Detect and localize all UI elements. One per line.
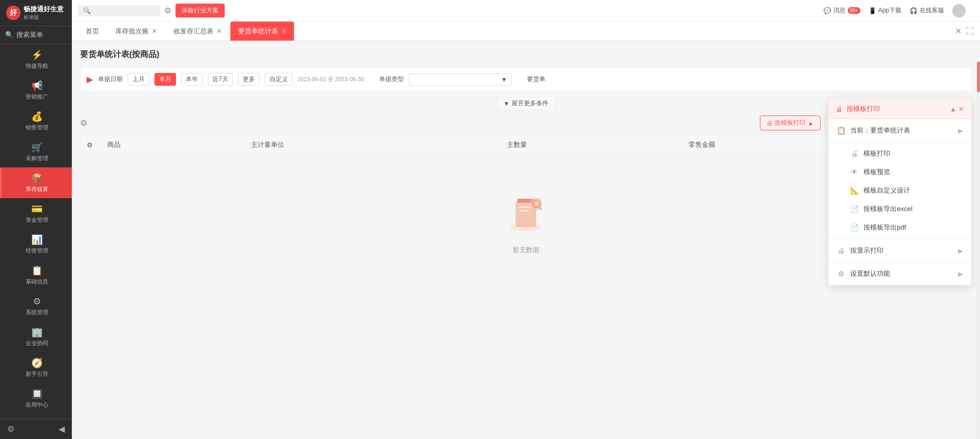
tab-inventory-batch[interactable]: 库存批次账 ✕ [108, 22, 165, 41]
messages-icon: 💬 [824, 7, 831, 14]
sidebar-footer: ⚙ ◀ [0, 418, 72, 439]
main-area: 🔍 ⚙ 体验行业方案 💬 消息 99+ 📱 App下载 🎧 在线客服 [72, 0, 980, 439]
dropdown-close-icon[interactable]: ✕ [958, 105, 964, 113]
dropdown-current-item[interactable]: 📋 当前：要货单统计表 ▶ [829, 121, 971, 140]
dropdown-section-display: 🖨 按显示打印 ▶ [829, 239, 971, 262]
messages-btn[interactable]: 💬 消息 99+ [824, 6, 860, 15]
user-avatar[interactable] [952, 4, 966, 17]
date-custom-btn[interactable]: 自定义 [265, 73, 292, 86]
date-prev-month-btn[interactable]: 上月 [128, 73, 149, 86]
online-service-btn[interactable]: 🎧 在线客服 [910, 6, 944, 15]
date-7days-btn[interactable]: 近7天 [208, 73, 233, 86]
tab-close-all-icon[interactable]: ✕ [955, 26, 962, 36]
printer-icon: 🖨 [767, 120, 773, 127]
tab-order-stats-close[interactable]: ✕ [281, 28, 286, 35]
sidebar-nav: ⚡ 快捷导航 📢 营销推广 💰 销售管理 🛒 采购管理 📦 库存核算 💳 资金管… [0, 44, 72, 418]
newbie-icon: 🧭 [31, 357, 43, 369]
finance-label: 资金管理 [26, 216, 48, 224]
dropdown-export-pdf[interactable]: 📄 按模板导出pdf [829, 218, 971, 237]
quick-nav-icon: ⚡ [31, 49, 43, 61]
collapse-sidebar-icon[interactable]: ◀ [58, 424, 65, 434]
app-center-label: 应用中心 [26, 401, 48, 409]
messages-label: 消息 [833, 6, 846, 15]
empty-text: 暂无数据 [513, 245, 539, 255]
dropdown-template-preview[interactable]: 👁 模板预览 [829, 163, 971, 181]
table-settings-icon[interactable]: ⚙ [80, 118, 87, 128]
print-template-btn[interactable]: 🖨 按模板打印 ▲ [760, 116, 820, 130]
enterprise-label: 企业协同 [26, 339, 48, 347]
topbar-right: 💬 消息 99+ 📱 App下载 🎧 在线客服 [824, 4, 974, 17]
dropdown-display-print[interactable]: 🖨 按显示打印 ▶ [829, 241, 971, 260]
topbar-search-icon: 🔍 [83, 7, 91, 14]
marketing-icon: 📢 [31, 80, 43, 91]
type-select[interactable]: ▼ [409, 73, 512, 86]
svg-rect-4 [519, 210, 529, 212]
date-more-btn[interactable]: 更多 [238, 73, 260, 86]
inventory-icon: 📦 [31, 173, 43, 184]
date-range-display: 2023-06-01 至 2023-06-30 [298, 75, 364, 83]
action-bar-left: ⚙ [80, 118, 95, 128]
goods-filter-label: 要货单 [527, 75, 545, 84]
basic-info-icon: 📋 [31, 265, 43, 276]
current-template-icon: 📋 [837, 126, 845, 135]
sidebar-item-finance[interactable]: 💳 资金管理 [0, 198, 72, 229]
sidebar-item-newbie[interactable]: 🧭 新手引导 [0, 352, 72, 383]
sidebar-item-basic-info[interactable]: 📋 基础信息 [0, 260, 72, 291]
col-quantity: 主数量 [501, 135, 682, 155]
tabs-bar: 首页 库存批次账 ✕ 收发存汇总表 ✕ 要货单统计表 ✕ ✕ ⛶ [72, 22, 980, 41]
sidebar-item-operations[interactable]: 📊 经营管理 [0, 229, 72, 260]
export-excel-label: 按模板导出excel [864, 204, 912, 214]
topbar-search-box[interactable]: 🔍 [78, 5, 160, 16]
app-download-icon: 📱 [869, 7, 876, 14]
settings-footer-icon[interactable]: ⚙ [7, 424, 14, 434]
sidebar-item-inventory[interactable]: 📦 库存核算 [0, 167, 72, 198]
sidebar-item-enterprise[interactable]: 🏢 企业协同 [0, 321, 72, 352]
dropdown-template-print[interactable]: 🖨 模板打印 [829, 144, 971, 163]
tab-maximize-icon[interactable]: ⛶ [966, 27, 974, 36]
app-download-btn[interactable]: 📱 App下载 [869, 6, 901, 15]
tab-inventory-batch-close[interactable]: ✕ [152, 28, 157, 35]
scrollbar-thumb[interactable] [977, 62, 980, 92]
sidebar-item-wechat[interactable]: 💬 企业微信 [0, 414, 72, 418]
sidebar-item-marketing[interactable]: 📢 营销推广 [0, 75, 72, 106]
dropdown-template-design[interactable]: 📐 模板自定义设计 [829, 181, 971, 200]
expand-more-conditions-btn[interactable]: ▼ 展开更多条件 [497, 97, 555, 110]
tab-receipt-summary-label: 收发存汇总表 [173, 27, 213, 36]
dropdown-export-excel[interactable]: 📄 按模板导出excel [829, 200, 971, 218]
sidebar-item-quick-nav[interactable]: ⚡ 快捷导航 [0, 44, 72, 75]
dropdown-up-icon[interactable]: ▲ [950, 105, 956, 113]
sidebar-item-sales[interactable]: 💰 销售管理 [0, 106, 72, 137]
col-goods: 商品 [101, 135, 245, 155]
date-current-month-btn[interactable]: 本月 [154, 73, 176, 86]
empty-illustration [500, 186, 552, 237]
purchase-icon: 🛒 [31, 142, 43, 153]
tab-order-stats[interactable]: 要货单统计表 ✕ [230, 22, 294, 41]
col-settings[interactable]: ⚙ [81, 135, 101, 155]
export-pdf-label: 按模板导出pdf [864, 223, 906, 232]
tab-receipt-summary-close[interactable]: ✕ [217, 28, 222, 35]
dropdown-set-default[interactable]: ⚙ 设置默认功能 ▶ [829, 264, 971, 283]
app-center-icon: 🔲 [31, 388, 43, 399]
tab-home[interactable]: 首页 [78, 22, 107, 41]
logo-icon: 好 [6, 6, 21, 20]
page-scrollbar[interactable] [977, 62, 980, 439]
page-content: 要货单统计表(按商品) ▶ 单据日期 上月 本月 本年 近7天 更多 自定义 2… [72, 41, 980, 439]
sidebar: 好 畅捷通好生意 标准版 🔍 搜索菜单 ⚡ 快捷导航 📢 营销推广 💰 销售管理… [0, 0, 72, 439]
tab-order-stats-label: 要货单统计表 [238, 27, 278, 36]
export-excel-icon: 📄 [850, 205, 858, 213]
tab-receipt-summary[interactable]: 收发存汇总表 ✕ [166, 22, 229, 41]
date-current-year-btn[interactable]: 本年 [181, 73, 203, 86]
sidebar-item-purchase[interactable]: 🛒 采购管理 [0, 137, 72, 167]
industry-solution-btn[interactable]: 体验行业方案 [175, 4, 225, 17]
topbar-settings-icon[interactable]: ⚙ [164, 6, 171, 15]
sidebar-item-app-center[interactable]: 🔲 应用中心 [0, 383, 72, 414]
tab-inventory-batch-label: 库存批次账 [115, 27, 149, 36]
sidebar-item-system[interactable]: ⚙ 系统管理 [0, 291, 72, 321]
search-menu-item[interactable]: 🔍 搜索菜单 [0, 26, 72, 44]
template-preview-icon: 👁 [850, 168, 858, 176]
app-download-label: App下载 [878, 6, 901, 15]
expand-icon: ▼ [503, 100, 509, 107]
filter-expand-icon[interactable]: ▶ [87, 74, 93, 84]
template-preview-label: 模板预览 [864, 167, 890, 177]
quick-nav-label: 快捷导航 [26, 62, 48, 70]
